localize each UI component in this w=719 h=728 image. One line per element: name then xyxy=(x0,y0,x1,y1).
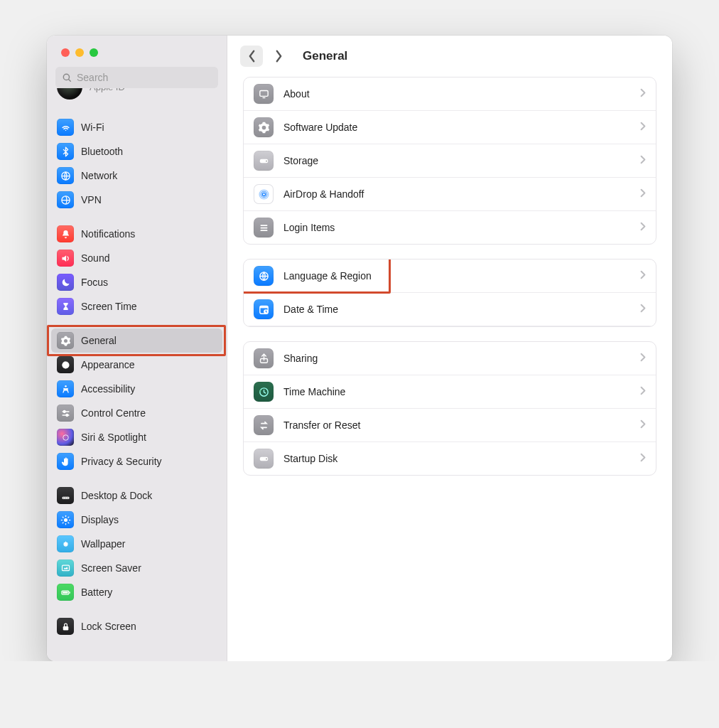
sidebar-item-label: Wi-Fi xyxy=(81,122,104,133)
search-input[interactable] xyxy=(55,67,218,88)
sidebar-item-label: Displays xyxy=(81,514,119,525)
chevron-right-icon xyxy=(640,154,646,167)
row-label: Startup Disk xyxy=(283,453,630,464)
screensaver-icon xyxy=(57,560,74,577)
zoom-window-button[interactable] xyxy=(90,48,98,57)
row-label: Date & Time xyxy=(283,304,630,315)
hand-icon xyxy=(57,453,74,470)
lock-icon xyxy=(57,618,74,635)
svg-line-20 xyxy=(67,522,68,523)
sidebar-item-lock-screen[interactable]: Lock Screen xyxy=(51,614,222,638)
svg-rect-36 xyxy=(260,225,267,226)
sidebar-item-desktop-dock[interactable]: Desktop & Dock xyxy=(51,483,222,508)
sidebar-item-sound[interactable]: Sound xyxy=(51,246,222,270)
gear-icon xyxy=(254,117,274,137)
sidebar-group: Desktop & Dock Displays Wallpaper xyxy=(51,483,222,604)
chevron-right-icon xyxy=(640,188,646,200)
svg-rect-26 xyxy=(63,592,68,594)
row-software-update[interactable]: Software Update xyxy=(244,111,656,144)
row-date-time[interactable]: Date & Time xyxy=(244,293,656,326)
settings-card: About Software Update Storage xyxy=(243,77,656,245)
battery-icon xyxy=(57,584,74,601)
wallpaper-icon xyxy=(57,535,74,552)
header: General xyxy=(227,36,672,74)
sidebar-item-screen-saver[interactable]: Screen Saver xyxy=(51,556,222,580)
airdrop-icon xyxy=(254,184,274,204)
minimize-window-button[interactable] xyxy=(75,48,84,57)
accessibility-icon xyxy=(57,380,74,397)
sidebar-group: Notifications Sound Focus xyxy=(51,222,222,318)
sidebar-item-general[interactable]: General xyxy=(51,328,222,353)
row-storage[interactable]: Storage xyxy=(244,144,656,178)
chevron-right-icon xyxy=(640,419,646,432)
svg-rect-30 xyxy=(262,97,265,97)
vpn-icon xyxy=(57,191,74,208)
svg-line-19 xyxy=(63,517,63,518)
share-icon xyxy=(254,348,274,368)
sidebar-item-privacy-security[interactable]: Privacy & Security xyxy=(51,449,222,473)
svg-rect-24 xyxy=(62,565,69,571)
bell-icon xyxy=(57,225,74,242)
sidebar-item-accessibility[interactable]: Accessibility xyxy=(51,377,222,401)
speaker-icon xyxy=(57,250,74,267)
sidebar-item-label: Focus xyxy=(81,277,108,288)
svg-rect-11 xyxy=(63,498,64,498)
bluetooth-icon xyxy=(57,143,74,160)
row-label: Language & Region xyxy=(283,270,630,282)
row-sharing[interactable]: Sharing xyxy=(244,342,656,375)
row-label: Storage xyxy=(283,155,630,166)
row-airdrop-handoff[interactable]: AirDrop & Handoff xyxy=(244,178,656,211)
sidebar-item-screen-time[interactable]: Screen Time xyxy=(51,294,222,318)
settings-card: Sharing Time Machine Transfer or Reset xyxy=(243,341,656,476)
svg-point-0 xyxy=(65,129,66,131)
row-startup-disk[interactable]: Startup Disk xyxy=(244,442,656,475)
sidebar-item-vpn[interactable]: VPN xyxy=(51,188,222,212)
close-window-button[interactable] xyxy=(61,48,70,57)
nav-forward-button[interactable] xyxy=(267,46,290,67)
row-language-region[interactable]: Language & Region xyxy=(244,259,656,293)
sidebar-item-siri-spotlight[interactable]: Siri & Spotlight xyxy=(51,425,222,449)
sun-icon xyxy=(57,511,74,528)
svg-point-33 xyxy=(262,193,265,196)
row-label: Transfer or Reset xyxy=(283,419,630,431)
settings-card: Language & Region Date & Time xyxy=(243,259,656,327)
sidebar-item-appearance[interactable]: Appearance xyxy=(51,353,222,377)
sidebar-item-notifications[interactable]: Notifications xyxy=(51,222,222,246)
row-time-machine[interactable]: Time Machine xyxy=(244,375,656,409)
svg-rect-41 xyxy=(259,306,267,308)
gear-icon xyxy=(57,332,74,349)
row-transfer-reset[interactable]: Transfer or Reset xyxy=(244,409,656,442)
sidebar-item-network[interactable]: Network xyxy=(51,164,222,188)
row-label: Software Update xyxy=(283,122,630,133)
disk-icon xyxy=(254,151,274,171)
window-controls xyxy=(47,36,227,67)
sidebar-item-label: Notifications xyxy=(81,228,135,240)
svg-point-9 xyxy=(63,434,68,440)
sidebar-scroll[interactable]: Apple ID Wi-Fi Bluetooth xyxy=(47,88,227,661)
svg-point-14 xyxy=(64,518,67,522)
sidebar-item-label: Bluetooth xyxy=(81,146,123,157)
svg-rect-12 xyxy=(65,498,66,498)
sidebar-item-focus[interactable]: Focus xyxy=(51,270,222,294)
sidebar-item-displays[interactable]: Displays xyxy=(51,508,222,532)
sidebar-item-apple-id[interactable]: Apple ID xyxy=(51,88,222,105)
sidebar-item-wifi[interactable]: Wi-Fi xyxy=(51,115,222,139)
sidebar-item-label: Battery xyxy=(81,587,112,598)
sidebar-item-label: Control Centre xyxy=(81,407,146,419)
svg-point-6 xyxy=(63,410,65,412)
appearance-icon xyxy=(57,356,74,373)
chevron-right-icon xyxy=(640,87,646,100)
wifi-icon xyxy=(57,119,74,136)
sidebar-item-wallpaper[interactable]: Wallpaper xyxy=(51,532,222,556)
chevron-right-icon xyxy=(640,269,646,282)
moon-icon xyxy=(57,274,74,291)
row-login-items[interactable]: Login Items xyxy=(244,211,656,244)
main-panel: General About Software Update xyxy=(227,36,672,661)
sidebar-item-battery[interactable]: Battery xyxy=(51,580,222,604)
row-about[interactable]: About xyxy=(244,77,656,111)
nav-back-button[interactable] xyxy=(240,46,263,67)
sidebar-item-label: Wallpaper xyxy=(81,538,126,550)
sidebar-item-label: Screen Saver xyxy=(81,562,141,574)
sidebar-item-bluetooth[interactable]: Bluetooth xyxy=(51,139,222,164)
sidebar-item-control-centre[interactable]: Control Centre xyxy=(51,401,222,425)
